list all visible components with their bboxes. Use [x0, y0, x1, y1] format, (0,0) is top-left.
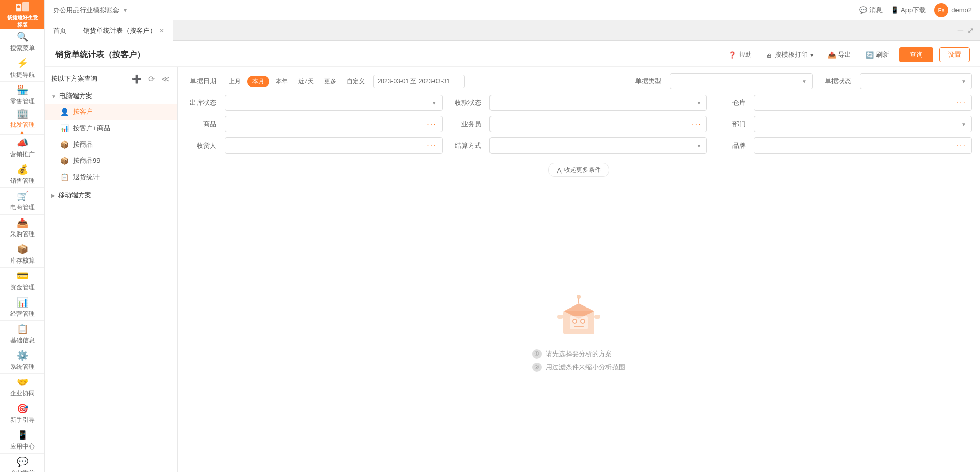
date-tab-last-month[interactable]: 上月: [225, 76, 245, 87]
sidebar-item-search[interactable]: 🔍 搜索菜单: [0, 29, 44, 55]
panel-header-actions: ➕ ⟳ ≪: [131, 73, 171, 84]
sidebar-item-purchase[interactable]: 📥 采购管理: [0, 215, 44, 241]
department-arrow: ▼: [961, 122, 966, 127]
date-tab-7-days[interactable]: 近7天: [294, 76, 318, 87]
username-label: demo2: [951, 6, 972, 14]
scheme-item-by-customer[interactable]: 👤 按客户: [45, 104, 177, 120]
settings-button[interactable]: 设置: [939, 47, 970, 62]
sidebar-item-ecommerce[interactable]: 🛒 电商管理: [0, 188, 44, 215]
recipient-select[interactable]: ···: [225, 137, 443, 154]
scheme-group-mobile: ▶ 移动端方案: [45, 187, 177, 203]
brand-select[interactable]: ···: [754, 137, 972, 154]
sidebar-item-quicknav-label: 快捷导航: [10, 70, 35, 79]
message-button[interactable]: 💬 消息: [859, 6, 883, 15]
scheme-by-customer-icon: 👤: [60, 108, 69, 116]
print-dropdown-icon: ▾: [810, 51, 814, 59]
product-select[interactable]: ···: [225, 116, 443, 132]
department-select[interactable]: ▼: [754, 116, 972, 132]
outbound-status-select[interactable]: ▼: [225, 95, 443, 111]
sidebar-item-quicknav[interactable]: ⚡ 快捷导航: [0, 55, 44, 82]
sidebar-item-marketing[interactable]: 📣 营销推广: [0, 135, 44, 161]
tip-num-2: ②: [532, 363, 542, 372]
refresh-label: 刷新: [876, 50, 889, 59]
date-range-input[interactable]: 2023-03-01 至 2023-03-31: [373, 75, 465, 88]
tab-home[interactable]: 首页: [45, 20, 75, 41]
warehouse-more-icon[interactable]: ···: [957, 98, 966, 107]
home-tab-label: 首页: [53, 26, 66, 35]
sidebar-item-ecommerce-label: 电商管理: [10, 203, 35, 212]
bill-status-select[interactable]: ▼: [860, 73, 972, 89]
maximize-window-icon[interactable]: ⤢: [967, 26, 974, 35]
sidebar-item-inventory[interactable]: 📦 库存核算: [0, 241, 44, 268]
warehouse-select[interactable]: ···: [754, 95, 972, 111]
date-tab-custom[interactable]: 自定义: [342, 76, 369, 87]
export-icon: 📤: [828, 51, 836, 59]
salesperson-more-icon[interactable]: ···: [692, 120, 701, 129]
print-button[interactable]: 🖨 按模板打印 ▾: [762, 48, 818, 61]
sidebar-item-newbie-label: 新手引导: [10, 416, 35, 424]
scheme-item-by-product[interactable]: 📦 按商品: [45, 136, 177, 153]
date-tab-this-month[interactable]: 本月: [247, 76, 270, 87]
sidebar-item-finance[interactable]: 💳 资金管理: [0, 268, 44, 294]
sidebar-item-wechat[interactable]: 💬 企业微信: [0, 454, 44, 472]
product-more-icon[interactable]: ···: [427, 120, 436, 129]
date-tab-more[interactable]: 更多: [320, 76, 340, 87]
warehouse-label: 仓库: [715, 98, 746, 107]
sidebar-item-enterprise[interactable]: 🤝 企业协同: [0, 374, 44, 400]
scheme-group-desktop-header[interactable]: ▼ 电脑端方案: [45, 88, 177, 104]
scheme-return-stat-label: 退货统计: [73, 173, 100, 182]
help-button[interactable]: ❓ 帮助: [724, 48, 756, 61]
desktop-group-label: 电脑端方案: [59, 91, 92, 101]
sidebar-item-finance-label: 资金管理: [10, 283, 35, 292]
sidebar-item-newbie[interactable]: 🎯 新手引导: [0, 400, 44, 427]
sidebar: 畅捷通好生意 标版 🔍 搜索菜单 ⚡ 快捷导航 🏪 零售管理 🏢 批发管理 ▲ …: [0, 0, 45, 472]
filter-divider: ⋀ 收起更多条件: [186, 159, 972, 181]
header-dropdown-icon[interactable]: ▾: [124, 7, 127, 14]
sales-icon: 💰: [17, 164, 28, 175]
collapse-panel-button[interactable]: ≪: [160, 73, 171, 84]
scheme-item-return-stat[interactable]: 📋 退货统计: [45, 169, 177, 185]
scheme-group-mobile-header[interactable]: ▶ 移动端方案: [45, 187, 177, 203]
receipt-status-arrow: ▼: [696, 100, 701, 106]
minimize-window-icon[interactable]: ─: [958, 26, 963, 35]
settlement-select[interactable]: ▼: [489, 137, 707, 154]
sidebar-item-enterprise-label: 企业协同: [10, 389, 35, 398]
outbound-status-arrow: ▼: [432, 100, 437, 106]
scheme-by-customer-product-label: 按客户+商品: [73, 124, 110, 133]
add-scheme-button[interactable]: ➕: [131, 73, 142, 84]
sidebar-item-sales[interactable]: 💰 销售管理: [0, 161, 44, 188]
refresh-scheme-button[interactable]: ⟳: [145, 73, 157, 84]
sidebar-item-basic[interactable]: 📋 基础信息: [0, 321, 44, 347]
avatar: Ea: [934, 3, 948, 17]
collapse-button[interactable]: ⋀ 收起更多条件: [548, 163, 609, 177]
header-title: 办公用品行业模拟账套: [53, 6, 119, 15]
refresh-button[interactable]: 🔄 刷新: [862, 48, 893, 61]
tab-sales-stat[interactable]: 销货单统计表（按客户） ✕: [75, 20, 173, 41]
sidebar-item-operations[interactable]: 📊 经营管理: [0, 294, 44, 321]
finance-icon: 💳: [17, 270, 28, 281]
export-button[interactable]: 📤 导出: [824, 48, 855, 61]
sidebar-item-retail[interactable]: 🏪 零售管理: [0, 82, 44, 108]
sidebar-item-wholesale[interactable]: 🏢 批发管理 ▲: [0, 108, 44, 135]
window-controls: ─ ⤢: [951, 26, 980, 35]
scheme-item-by-customer-product[interactable]: 📊 按客户+商品: [45, 120, 177, 136]
sidebar-item-appcenter[interactable]: 📱 应用中心: [0, 427, 44, 454]
right-panel: 单据日期 上月 本月 本年 近7天 更多 自定义 2023-: [178, 67, 980, 472]
scheme-item-by-product-99[interactable]: 📦 按商品99: [45, 153, 177, 169]
sidebar-item-system[interactable]: ⚙️ 系统管理: [0, 347, 44, 374]
bill-type-select[interactable]: ▼: [670, 73, 813, 89]
user-menu[interactable]: Ea demo2: [934, 3, 972, 17]
recipient-more-icon[interactable]: ···: [427, 141, 436, 150]
query-button[interactable]: 查询: [899, 47, 933, 62]
help-label: 帮助: [739, 50, 752, 59]
receipt-status-select[interactable]: ▼: [489, 95, 707, 111]
wholesale-icon: 🏢: [17, 108, 28, 119]
app-download-button[interactable]: 📱 App下载: [891, 6, 926, 15]
brand-more-icon[interactable]: ···: [957, 141, 966, 150]
app-name: 畅捷通好生意: [7, 14, 38, 21]
salesperson-select[interactable]: ···: [489, 116, 707, 132]
svg-point-8: [573, 320, 576, 323]
close-tab-icon[interactable]: ✕: [159, 27, 164, 34]
date-tab-this-year[interactable]: 本年: [272, 76, 292, 87]
sidebar-item-search-label: 搜索菜单: [10, 44, 35, 53]
